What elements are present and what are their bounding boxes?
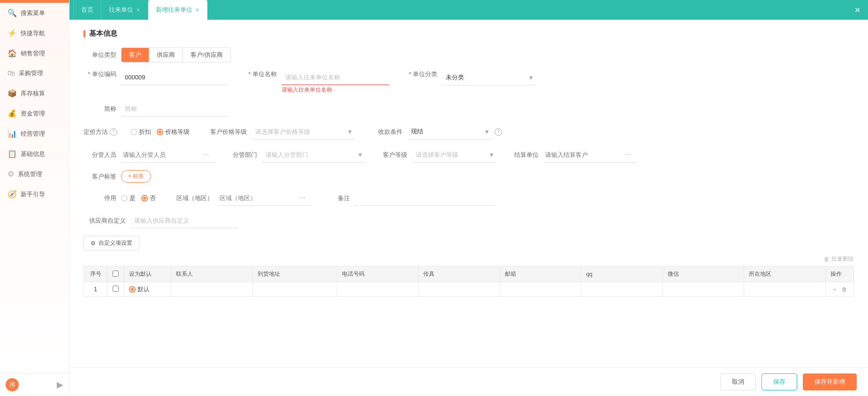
- level-label: 价格等级: [165, 128, 190, 136]
- add-tag-label: + 标签: [128, 172, 144, 180]
- sidebar-item-search[interactable]: 🔍 搜索菜单: [0, 3, 69, 23]
- row-fax[interactable]: [419, 282, 500, 297]
- custom-settings-label: 自定义项设置: [99, 239, 132, 247]
- manager-dots-btn[interactable]: ···: [201, 150, 211, 159]
- sidebar-label-purchase: 采购管理: [19, 69, 43, 78]
- expand-icon[interactable]: ▶: [57, 380, 63, 390]
- row-wechat[interactable]: [662, 282, 744, 297]
- row-region[interactable]: [744, 282, 826, 297]
- unit-type-customer-btn[interactable]: 客户: [122, 48, 149, 62]
- pricing-discount-radio[interactable]: 折扣: [130, 128, 151, 136]
- sidebar-item-operations[interactable]: 📊 经营管理: [0, 124, 69, 144]
- batch-delete-icon: 🗑: [824, 256, 830, 263]
- col-default: 设为默认: [124, 266, 171, 282]
- remark-input[interactable]: [355, 191, 495, 206]
- payment-help-icon[interactable]: ?: [495, 128, 502, 136]
- cancel-btn[interactable]: 取消: [720, 373, 756, 390]
- row-add-btn[interactable]: ＋: [832, 286, 838, 293]
- pricing-level-radio[interactable]: 价格等级: [157, 128, 190, 136]
- name-input[interactable]: [282, 70, 389, 85]
- level-radio-circle: [157, 129, 163, 135]
- sidebar-item-guide[interactable]: 🧭 新手引导: [0, 184, 69, 204]
- section-header: 基本信息: [84, 29, 854, 38]
- tab-new-unit-close-icon[interactable]: ✕: [195, 7, 199, 13]
- customer-price-input[interactable]: [251, 124, 341, 139]
- discount-label: 折扣: [139, 128, 151, 136]
- unit-type-supplier-btn[interactable]: 供应商: [149, 48, 183, 62]
- tab-bar: 首页 往来单位 ✕ 新增往来单位 ✕ ✕: [69, 0, 868, 20]
- col-address: 到货地址: [252, 266, 337, 282]
- sidebar-bottom: 用 ▶: [0, 373, 69, 396]
- sidebar-label-finance: 资金管理: [21, 109, 45, 118]
- quick-nav-icon: ⚡: [8, 29, 17, 38]
- supplier-custom-input[interactable]: [130, 213, 238, 228]
- col-phone: 电话号码: [337, 266, 419, 282]
- disabled-no-radio[interactable]: 否: [141, 194, 156, 202]
- row-default-radio[interactable]: 默认: [129, 285, 166, 294]
- region-input[interactable]: [218, 190, 297, 205]
- tab-home[interactable]: 首页: [73, 0, 101, 20]
- sidebar-item-sales[interactable]: 🏠 销售管理: [0, 43, 69, 63]
- guide-icon: 🧭: [8, 190, 17, 199]
- row-phone[interactable]: [337, 282, 419, 297]
- select-all-checkbox[interactable]: [113, 271, 119, 277]
- batch-delete-label: 批量删除: [831, 255, 854, 263]
- manager-label: 分管人员: [84, 151, 121, 159]
- custom-settings-area: ⚙ 自定义项设置: [84, 236, 854, 250]
- system-icon: ⚙: [8, 170, 14, 179]
- phone-input[interactable]: [342, 286, 414, 293]
- email-input[interactable]: [505, 286, 577, 293]
- settlement-input[interactable]: [543, 147, 623, 162]
- address-input[interactable]: [258, 286, 332, 293]
- row-checkbox[interactable]: [113, 286, 119, 292]
- sidebar-item-inventory[interactable]: 📦 库存核算: [0, 83, 69, 103]
- customer-level-input[interactable]: [412, 147, 482, 162]
- batch-delete-btn[interactable]: 🗑 批量删除: [824, 255, 854, 263]
- row-email[interactable]: [500, 282, 581, 297]
- row-checkbox-cell: [107, 282, 124, 297]
- region-dots-btn[interactable]: ···: [297, 194, 307, 202]
- sidebar-item-quicknav[interactable]: ⚡ 快捷导航: [0, 23, 69, 43]
- col-actions: 操作: [826, 266, 854, 282]
- add-tag-btn[interactable]: + 标签: [121, 170, 151, 183]
- row-delete-btn[interactable]: 🗑: [842, 286, 847, 293]
- disabled-yes-radio[interactable]: 是: [121, 194, 136, 202]
- basic-icon: 📋: [8, 149, 17, 158]
- unit-type-both-btn[interactable]: 客户/供应商: [183, 48, 230, 62]
- settlement-dots-btn[interactable]: ···: [623, 150, 633, 159]
- custom-settings-btn[interactable]: ⚙ 自定义项设置: [84, 236, 139, 250]
- row-contact[interactable]: [171, 282, 253, 297]
- dept-input[interactable]: [262, 147, 351, 162]
- sidebar-item-system[interactable]: ⚙ 系统管理: [0, 164, 69, 184]
- code-label: 单位编码: [84, 70, 121, 78]
- fax-input[interactable]: [423, 286, 495, 293]
- disabled-yes-circle: [121, 195, 128, 202]
- tab-unit[interactable]: 往来单位 ✕: [101, 0, 148, 20]
- tab-new-unit[interactable]: 新增往来单位 ✕: [148, 0, 207, 20]
- contact-input[interactable]: [176, 286, 248, 293]
- qq-input[interactable]: [586, 286, 658, 293]
- sidebar-item-basic[interactable]: 📋 基础信息: [0, 144, 69, 164]
- dept-label: 分管部门: [224, 151, 262, 159]
- region-label: 区域（地区）: [171, 194, 218, 202]
- disabled-radio-group: 是 否: [121, 194, 156, 202]
- abbr-input[interactable]: [121, 101, 229, 116]
- settlement-label: 结算单位: [506, 151, 543, 159]
- col-email: 邮箱: [500, 266, 581, 282]
- row-qq[interactable]: [581, 282, 663, 297]
- tab-unit-close-icon[interactable]: ✕: [136, 7, 140, 13]
- code-input[interactable]: [121, 70, 229, 85]
- pricing-help-icon[interactable]: ?: [110, 128, 117, 136]
- sidebar-item-finance[interactable]: 💰 资金管理: [0, 103, 69, 124]
- window-close-icon[interactable]: ✕: [851, 6, 864, 15]
- payment-input[interactable]: [407, 124, 478, 139]
- category-input[interactable]: [442, 70, 522, 85]
- region-select-input[interactable]: [749, 286, 821, 293]
- sidebar-item-purchase[interactable]: 🛍 采购管理: [0, 63, 69, 83]
- manager-input[interactable]: [121, 147, 201, 162]
- wechat-input[interactable]: [668, 286, 739, 293]
- save-and-new-btn[interactable]: 保存并新增: [803, 373, 857, 390]
- abbr-label: 简称: [84, 105, 121, 113]
- row-address[interactable]: [252, 282, 337, 297]
- save-btn[interactable]: 保存: [761, 373, 797, 390]
